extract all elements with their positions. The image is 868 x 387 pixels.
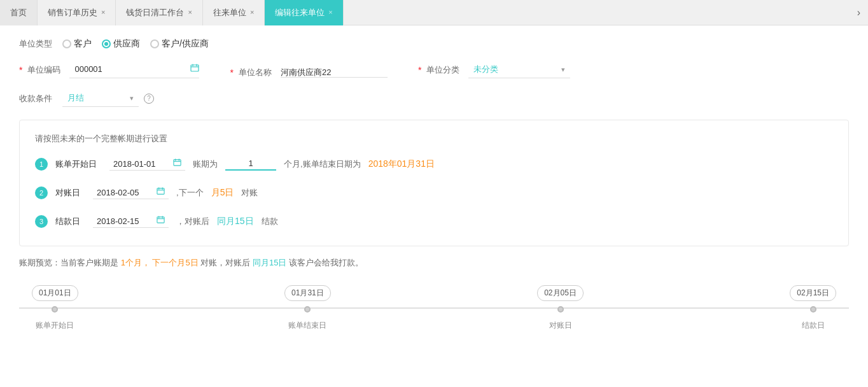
period-label: 账期为 [193, 158, 218, 170]
timeline-node-1: 01月31日 账单结束日 [284, 285, 331, 331]
unit-category-label: 单位分类 [426, 64, 459, 76]
radio-supplier-circle [102, 39, 111, 48]
bill-start-date-wrap [109, 157, 185, 171]
radio-supplier-label: 供应商 [113, 38, 140, 50]
bill-start-date-input[interactable] [113, 159, 171, 169]
preview-part3: 同月15日 [253, 258, 286, 267]
svg-rect-4 [174, 160, 181, 165]
tab-partner-units[interactable]: 往来单位 × [203, 0, 265, 25]
timeline: 01月01日 账单开始日 01月31日 账单结束日 02月05日 对账日 02月… [19, 285, 849, 331]
tab-home-label: 首页 [10, 7, 27, 18]
tab-cash-ledger-close[interactable]: × [188, 9, 192, 16]
unit-category-field: * 单位分类 未分类 ▾ [418, 61, 570, 78]
tab-home[interactable]: 首页 [0, 0, 38, 25]
unit-type-label: 单位类型 [19, 38, 52, 50]
node-label-2: 对账日 [549, 320, 572, 331]
tab-partner-units-label: 往来单位 [213, 7, 246, 18]
node-dot-1 [304, 306, 311, 313]
payment-calendar-icon[interactable] [157, 216, 165, 226]
radio-customer-label: 客户 [74, 38, 92, 50]
node-dot-2 [557, 306, 564, 313]
payment-condition-dropdown[interactable]: 月结 ▾ [62, 90, 139, 107]
radio-both[interactable]: 客户/供应商 [150, 38, 209, 50]
preview-suffix: 该客户会给我打款。 [289, 258, 363, 267]
tab-cash-ledger-label: 钱货日清工作台 [126, 7, 184, 18]
unit-category-value: 未分类 [473, 64, 557, 75]
node-dot-3 [810, 306, 816, 313]
unit-type-row: 单位类型 客户 供应商 客户/供应商 [19, 38, 849, 50]
setting-row-1: 1 账单开始日 账期为 个月,账单结束日期为 2018年01月31日 [35, 157, 833, 171]
unit-fields-row: * 单位编码 * 单位名称 * 单位分类 [19, 61, 849, 78]
payment-condition-label: 收款条件 [19, 93, 52, 104]
preview-part2: 下一个月5日 [152, 258, 198, 267]
unit-code-star: * [19, 65, 22, 75]
node-dot-0 [52, 306, 58, 313]
unit-code-label: 单位编码 [27, 64, 60, 76]
node-label-3: 结款日 [802, 320, 825, 331]
tab-sales-history[interactable]: 销售订单历史 × [38, 0, 116, 25]
node-badge-1: 01月31日 [284, 285, 331, 301]
payment-suffix-pre: ，对账后 [176, 216, 209, 227]
reconcile-calendar-icon[interactable] [157, 187, 165, 197]
payment-help-icon[interactable]: ? [144, 94, 154, 104]
setting-section: 请按照未来的一个完整帐期进行设置 1 账单开始日 账期为 个月,账单结束日期为 [19, 120, 849, 246]
unit-category-star: * [418, 65, 421, 75]
main-content: 单位类型 客户 供应商 客户/供应商 * 单位编码 [0, 25, 868, 387]
unit-name-input[interactable] [281, 67, 388, 78]
preview-prefix: 账期预览：当前客户账期是 [19, 258, 118, 267]
payment-condition-row: 收款条件 月结 ▾ ? [19, 90, 849, 107]
setting-row-3: 3 结款日 ，对账后 同月15日 结款 [35, 215, 833, 228]
tab-partner-units-close[interactable]: × [250, 9, 254, 16]
unit-name-star: * [230, 67, 233, 78]
period-unit-text: 个月,账单结束日期为 [284, 158, 361, 170]
bill-start-calendar-icon[interactable] [173, 158, 181, 169]
row-num-1: 1 [35, 158, 48, 171]
section-title: 请按照未来的一个完整帐期进行设置 [35, 133, 833, 144]
tab-edit-partner-close[interactable]: × [328, 9, 332, 16]
timeline-node-2: 02月05日 对账日 [537, 285, 584, 331]
svg-rect-0 [191, 65, 199, 71]
node-label-1: 账单结束日 [288, 320, 326, 331]
radio-customer[interactable]: 客户 [62, 38, 92, 50]
tab-edit-partner-label: 编辑往来单位 [275, 7, 325, 18]
row-num-2: 2 [35, 186, 48, 199]
row-num-3: 3 [35, 215, 48, 228]
unit-name-field: * 单位名称 [230, 67, 387, 78]
reconcile-suffix-pre: ,下一个 [176, 187, 204, 199]
tab-more-button[interactable]: › [850, 0, 868, 25]
setting-row-2: 2 对账日 ,下一个 月5日 对账 [35, 186, 833, 199]
unit-name-label: 单位名称 [239, 67, 272, 78]
unit-code-icon[interactable] [190, 64, 199, 74]
svg-rect-8 [157, 188, 164, 194]
preview-middle: 对账，对账后 [200, 258, 250, 267]
reconcile-date-input[interactable] [97, 188, 154, 197]
tab-edit-partner[interactable]: 编辑往来单位 × [265, 0, 343, 25]
timeline-nodes: 01月01日 账单开始日 01月31日 账单结束日 02月05日 对账日 02月… [32, 285, 836, 331]
payment-condition-value: 月结 [67, 92, 126, 104]
node-label-0: 账单开始日 [36, 320, 74, 331]
period-end-date: 2018年01月31日 [368, 158, 435, 170]
timeline-node-3: 02月15日 结款日 [790, 285, 836, 331]
unit-type-radio-group: 客户 供应商 客户/供应商 [62, 38, 209, 50]
payment-condition-arrow: ▾ [130, 94, 134, 102]
tab-cash-ledger[interactable]: 钱货日清工作台 × [116, 0, 202, 25]
radio-both-circle [150, 39, 159, 48]
timeline-node-0: 01月01日 账单开始日 [32, 285, 78, 331]
reconcile-suffix-highlight: 月5日 [211, 187, 234, 199]
unit-category-dropdown[interactable]: 未分类 ▾ [468, 61, 570, 78]
reconcile-suffix-end: 对账 [241, 187, 258, 199]
payment-date-wrap [93, 215, 169, 228]
reconcile-label: 对账日 [55, 187, 80, 199]
radio-customer-circle [62, 39, 71, 48]
unit-category-arrow: ▾ [561, 66, 565, 74]
payment-date-label: 结款日 [55, 216, 80, 227]
payment-suffix-end: 结款 [262, 216, 278, 227]
tab-sales-history-label: 销售订单历史 [48, 7, 97, 18]
unit-code-input[interactable] [69, 62, 186, 76]
radio-supplier[interactable]: 供应商 [102, 38, 140, 50]
node-badge-0: 01月01日 [32, 285, 78, 301]
period-value-input[interactable] [225, 157, 276, 171]
node-badge-3: 02月15日 [790, 285, 836, 301]
tab-sales-history-close[interactable]: × [101, 9, 105, 16]
payment-date-input[interactable] [97, 216, 154, 226]
